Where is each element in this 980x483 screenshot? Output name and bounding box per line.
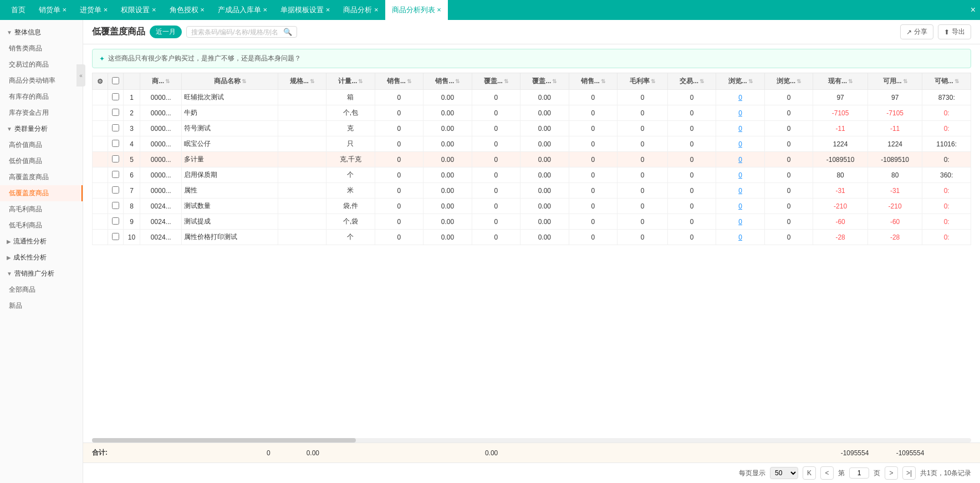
sidebar-item-high-profit[interactable]: 高毛利商品 xyxy=(0,201,83,217)
th-spec[interactable]: 规格...⇅ xyxy=(278,73,326,90)
td-checkbox[interactable] xyxy=(108,90,124,105)
td-cover2: 0.00 xyxy=(520,90,569,105)
sidebar-section-marketing[interactable]: ▼ 营销推广分析 xyxy=(0,266,83,282)
th-unit[interactable]: 计量...⇅ xyxy=(326,73,375,90)
nav-close-button[interactable]: × xyxy=(971,5,976,15)
table-wrapper[interactable]: ⚙ 商...⇅ 商品名称⇅ 规格...⇅ 计量...⇅ 销售...⇅ 销售...… xyxy=(92,73,971,437)
nav-sales[interactable]: 销货单 × xyxy=(32,0,73,20)
scrollbar-thumb[interactable] xyxy=(92,438,356,443)
th-name[interactable]: 商品名称⇅ xyxy=(182,73,278,90)
share-button[interactable]: ↗ 分享 xyxy=(900,24,933,39)
sidebar-section-growth[interactable]: ▶ 成长性分析 xyxy=(0,250,83,266)
sidebar-item-low-coverage[interactable]: 低覆盖度商品 xyxy=(0,185,83,201)
sidebar-section-flow[interactable]: ▶ 流通性分析 xyxy=(0,233,83,250)
row-checkbox[interactable] xyxy=(112,124,119,131)
td-sellable: 11016: xyxy=(922,136,971,152)
td-browse1[interactable]: 0 xyxy=(716,167,764,183)
sidebar-item-high-coverage[interactable]: 高覆盖度商品 xyxy=(0,169,83,185)
row-checkbox[interactable] xyxy=(112,202,119,209)
row-checkbox[interactable] xyxy=(112,186,119,194)
td-checkbox[interactable] xyxy=(108,167,124,183)
td-checkbox[interactable] xyxy=(108,230,124,245)
th-sales-amt1[interactable]: 销售...⇅ xyxy=(423,73,472,90)
th-available[interactable]: 可用...⇅ xyxy=(867,73,922,90)
sidebar-item-category-rate[interactable]: 商品分类动销率 xyxy=(0,73,83,89)
td-checkbox[interactable] xyxy=(108,105,124,121)
th-sellable[interactable]: 可销...⇅ xyxy=(922,73,971,90)
td-browse2: 0 xyxy=(764,214,813,230)
nav-analysis-list[interactable]: 商品分析列表 × xyxy=(385,0,448,20)
row-checkbox[interactable] xyxy=(112,140,119,147)
nav-roles[interactable]: 角色授权 × xyxy=(163,0,211,20)
nav-home[interactable]: 首页 xyxy=(4,0,32,20)
td-browse1[interactable]: 0 xyxy=(716,152,764,167)
th-code[interactable]: 商...⇅ xyxy=(140,73,182,90)
nav-purchase[interactable]: 进货单 × xyxy=(73,0,114,20)
sidebar-collapse-button[interactable]: « xyxy=(76,64,85,87)
th-cover2[interactable]: 覆盖...⇅ xyxy=(520,73,569,90)
td-checkbox[interactable] xyxy=(108,199,124,214)
prev-page-button[interactable]: < xyxy=(820,466,834,480)
sidebar-item-all-products[interactable]: 全部商品 xyxy=(0,282,83,298)
first-page-button[interactable]: K xyxy=(803,466,816,480)
th-gross-rate[interactable]: 毛利率⇅ xyxy=(617,73,668,90)
sidebar-item-low-value[interactable]: 低价值商品 xyxy=(0,153,83,169)
td-sales-qty2: 0 xyxy=(569,105,617,121)
td-current: -210 xyxy=(813,199,868,214)
last-page-button[interactable]: >| xyxy=(902,466,916,480)
sidebar-item-low-profit[interactable]: 低毛利商品 xyxy=(0,217,83,233)
sidebar-item-sales-products[interactable]: 销售类商品 xyxy=(0,40,83,57)
th-settings[interactable]: ⚙ xyxy=(93,73,108,90)
nav-products[interactable]: 产成品入库单 × xyxy=(211,0,274,20)
row-checkbox[interactable] xyxy=(112,217,119,225)
td-browse1[interactable]: 0 xyxy=(716,199,764,214)
td-browse1[interactable]: 0 xyxy=(716,183,764,199)
select-all-checkbox[interactable] xyxy=(112,77,119,84)
row-checkbox[interactable] xyxy=(112,109,119,116)
th-sales-qty2[interactable]: 销售...⇅ xyxy=(569,73,617,90)
th-current[interactable]: 现有...⇅ xyxy=(813,73,868,90)
td-cover2: 0.00 xyxy=(520,121,569,136)
sidebar-item-new-products[interactable]: 新品 xyxy=(0,298,83,314)
sidebar-section-overall[interactable]: ▼ 整体信息 xyxy=(0,24,83,40)
sidebar-item-high-value[interactable]: 高价值商品 xyxy=(0,137,83,153)
search-icon[interactable]: 🔍 xyxy=(283,28,292,36)
td-browse1[interactable]: 0 xyxy=(716,136,764,152)
row-checkbox[interactable] xyxy=(112,93,119,100)
period-button[interactable]: 近一月 xyxy=(150,26,182,38)
th-browse1[interactable]: 浏览...⇅ xyxy=(716,73,764,90)
nav-templates[interactable]: 单据模板设置 × xyxy=(274,0,336,20)
nav-permissions[interactable]: 权限设置 × xyxy=(114,0,162,20)
td-browse1[interactable]: 0 xyxy=(716,90,764,105)
sidebar-section-cluster[interactable]: ▼ 类群量分析 xyxy=(0,121,83,137)
arrow-icon: ▼ xyxy=(7,29,12,35)
td-sellable: 0: xyxy=(922,152,971,167)
footer-sales-qty1: 0 xyxy=(246,449,290,457)
export-button[interactable]: ⬆ 导出 xyxy=(938,24,971,39)
row-checkbox[interactable] xyxy=(112,155,119,162)
td-browse1[interactable]: 0 xyxy=(716,105,764,121)
th-browse2[interactable]: 浏览...⇅ xyxy=(764,73,813,90)
td-browse1[interactable]: 0 xyxy=(716,230,764,245)
th-trade[interactable]: 交易...⇅ xyxy=(667,73,716,90)
horizontal-scrollbar[interactable] xyxy=(92,438,971,443)
th-cover1[interactable]: 覆盖...⇅ xyxy=(472,73,520,90)
td-checkbox[interactable] xyxy=(108,183,124,199)
th-sales-qty1[interactable]: 销售...⇅ xyxy=(375,73,423,90)
page-input[interactable] xyxy=(849,467,869,479)
td-checkbox[interactable] xyxy=(108,121,124,136)
nav-analysis[interactable]: 商品分析 × xyxy=(336,0,385,20)
page-size-select[interactable]: 50 20 100 xyxy=(770,467,798,479)
td-checkbox[interactable] xyxy=(108,136,124,152)
sidebar-item-in-stock[interactable]: 有库存的商品 xyxy=(0,89,83,105)
td-browse1[interactable]: 0 xyxy=(716,214,764,230)
search-input[interactable] xyxy=(191,28,283,36)
row-checkbox[interactable] xyxy=(112,233,119,240)
td-checkbox[interactable] xyxy=(108,152,124,167)
row-checkbox[interactable] xyxy=(112,171,119,178)
sidebar-item-capital[interactable]: 库存资金占用 xyxy=(0,105,83,121)
next-page-button[interactable]: > xyxy=(885,466,898,480)
sidebar-item-traded-products[interactable]: 交易过的商品 xyxy=(0,57,83,73)
td-browse1[interactable]: 0 xyxy=(716,121,764,136)
td-checkbox[interactable] xyxy=(108,214,124,230)
